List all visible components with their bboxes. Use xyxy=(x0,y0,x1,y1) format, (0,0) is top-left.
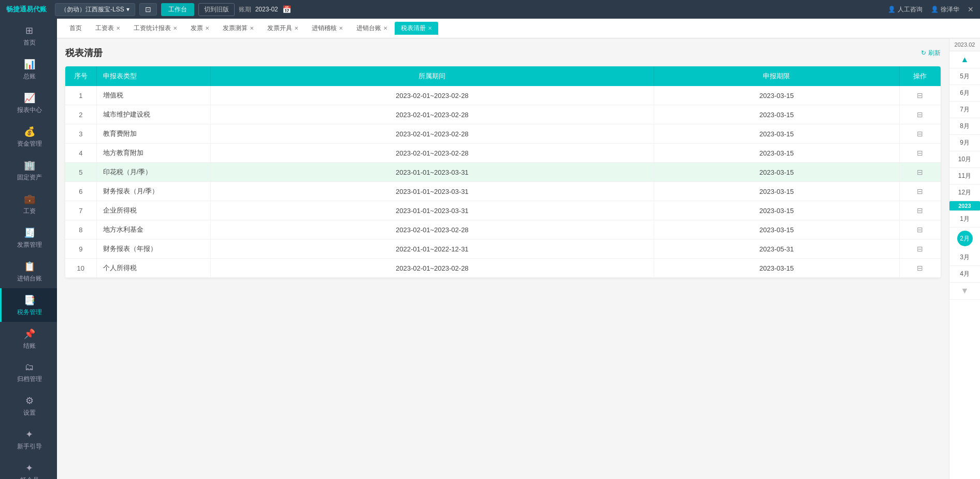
tab-invoice-close[interactable]: ✕ xyxy=(205,25,209,31)
cell-action[interactable]: ⊟ xyxy=(899,220,941,240)
date-month-4[interactable]: 4月 xyxy=(949,266,980,283)
fund-icon: 💰 xyxy=(24,126,35,137)
tab-invoice-calc-label: 发票测算 xyxy=(223,24,248,33)
table-row: 8 地方水利基金 2023-02-01~2023-02-28 2023-03-1… xyxy=(65,220,941,240)
cell-action[interactable]: ⊟ xyxy=(899,124,941,144)
date-scroll-down[interactable]: ▼ xyxy=(949,283,980,300)
sidebar-item-report[interactable]: 📈 报表中心 xyxy=(0,86,57,120)
tab-purchase-check[interactable]: 进销稽核 ✕ xyxy=(306,22,349,35)
topbar-right: 👤 人工咨询 👤 徐泽华 ✕ xyxy=(888,5,974,14)
cell-action[interactable]: ⊟ xyxy=(899,163,941,182)
date-month-9[interactable]: 9月 xyxy=(949,135,980,151)
refresh-label: 刷新 xyxy=(928,49,941,58)
tab-invoice-open[interactable]: 发票开具 ✕ xyxy=(261,22,305,35)
topbar: 畅捷通易代账 （勿动）江西服宝-LSS ▾ ⊡ 工作台 切到旧版 账期 2023… xyxy=(0,0,980,19)
action-detail-icon[interactable]: ⊟ xyxy=(917,226,923,234)
date-month-5[interactable]: 5月 xyxy=(949,68,980,85)
refresh-button[interactable]: ↻ 刷新 xyxy=(921,49,941,58)
sidebar-item-guide[interactable]: ✦ 新手引导 xyxy=(0,422,57,456)
cell-action[interactable]: ⊟ xyxy=(899,182,941,201)
tab-salary-report[interactable]: 工资统计报表 ✕ xyxy=(127,22,183,35)
date-month-3[interactable]: 3月 xyxy=(949,249,980,266)
tab-invoice-open-close[interactable]: ✕ xyxy=(294,25,298,31)
old-version-button[interactable]: 切到旧版 xyxy=(198,3,235,16)
tab-invoice-calc[interactable]: 发票测算 ✕ xyxy=(217,22,260,35)
action-detail-icon[interactable]: ⊟ xyxy=(917,91,923,100)
cell-type: 城市维护建设税 xyxy=(96,105,210,124)
col-no: 序号 xyxy=(65,66,96,86)
cell-action[interactable]: ⊟ xyxy=(899,201,941,220)
cell-period: 2023-02-01~2023-02-28 xyxy=(210,86,654,105)
sidebar-item-salary[interactable]: 💼 工资 xyxy=(0,187,57,221)
tab-salary[interactable]: 工资表 ✕ xyxy=(89,22,126,35)
tab-purchase-ledger-label: 进销台账 xyxy=(356,24,381,33)
action-detail-icon[interactable]: ⊟ xyxy=(917,187,923,195)
user-info[interactable]: 👤 徐泽华 xyxy=(931,5,959,14)
close-window-icon[interactable]: ✕ xyxy=(968,5,974,13)
action-detail-icon[interactable]: ⊟ xyxy=(917,168,923,176)
tab-purchase-ledger[interactable]: 进销台账 ✕ xyxy=(350,22,394,35)
tab-purchase-ledger-close[interactable]: ✕ xyxy=(383,25,387,31)
action-detail-icon[interactable]: ⊟ xyxy=(917,130,923,138)
sidebar-item-archive[interactable]: 🗂 归档管理 xyxy=(0,356,57,389)
date-month-10[interactable]: 10月 xyxy=(949,151,980,168)
ai-consult[interactable]: 👤 人工咨询 xyxy=(888,5,923,14)
tab-invoice[interactable]: 发票 ✕ xyxy=(184,22,215,35)
date-panel-header-value: 2023.02 xyxy=(955,41,975,48)
sidebar-item-fixed[interactable]: 🏢 固定资产 xyxy=(0,153,57,187)
cell-no: 7 xyxy=(65,201,96,220)
tab-tax-clear[interactable]: 税表清册 ✕ xyxy=(395,22,438,35)
sidebar-item-home[interactable]: ⊞ 首页 xyxy=(0,19,57,52)
tax-table: 序号 申报表类型 所属期间 申报期限 操作 1 增值税 2023-02-01~2… xyxy=(65,66,941,278)
company-selector[interactable]: （勿动）江西服宝-LSS ▾ xyxy=(55,3,135,16)
date-month-7[interactable]: 7月 xyxy=(949,102,980,118)
cell-action[interactable]: ⊟ xyxy=(899,86,941,105)
cell-action[interactable]: ⊟ xyxy=(899,240,941,259)
sidebar-item-tax[interactable]: 📑 税务管理 xyxy=(0,288,57,322)
date-month-2-active[interactable]: 2月 xyxy=(957,231,973,246)
workbench-button[interactable]: 工作台 xyxy=(161,3,194,16)
date-panel-header: 2023.02 xyxy=(949,38,980,51)
action-detail-icon[interactable]: ⊟ xyxy=(917,110,923,119)
tab-invoice-calc-close[interactable]: ✕ xyxy=(250,25,254,31)
sidebar-item-invoice[interactable]: 🧾 发票管理 xyxy=(0,221,57,255)
table-header-row: 序号 申报表类型 所属期间 申报期限 操作 xyxy=(65,66,941,86)
tab-tax-clear-close[interactable]: ✕ xyxy=(428,25,432,31)
sidebar-item-ledger[interactable]: 📊 总账 xyxy=(0,52,57,86)
period-label: 账期 xyxy=(239,5,251,14)
date-month-12[interactable]: 12月 xyxy=(949,185,980,201)
cell-no: 10 xyxy=(65,259,96,278)
sidebar-label-report: 报表中心 xyxy=(17,106,42,115)
tab-purchase-check-close[interactable]: ✕ xyxy=(339,25,343,31)
cell-no: 6 xyxy=(65,182,96,201)
action-detail-icon[interactable]: ⊟ xyxy=(917,245,923,253)
date-scroll-up[interactable]: ▲ xyxy=(949,51,980,68)
action-detail-icon[interactable]: ⊟ xyxy=(917,264,923,272)
date-month-1[interactable]: 1月 xyxy=(949,211,980,228)
sidebar-item-member[interactable]: ✦ 畅会员 xyxy=(0,456,57,479)
table-row: 5 印花税（月/季） 2023-01-01~2023-03-31 2023-03… xyxy=(65,163,941,182)
calendar-icon[interactable]: 📅 xyxy=(282,5,291,13)
period-value: 2023-02 xyxy=(255,6,278,13)
cell-action[interactable]: ⊟ xyxy=(899,105,941,124)
sidebar-item-purchase[interactable]: 📋 进销台账 xyxy=(0,255,57,288)
date-month-6[interactable]: 6月 xyxy=(949,85,980,102)
tab-home[interactable]: 首页 xyxy=(63,22,88,35)
copy-button[interactable]: ⊡ xyxy=(139,3,157,16)
sidebar-item-fund[interactable]: 💰 资金管理 xyxy=(0,120,57,153)
action-detail-icon[interactable]: ⊟ xyxy=(917,149,923,157)
sidebar-label-home: 首页 xyxy=(23,38,36,47)
cell-action[interactable]: ⊟ xyxy=(899,259,941,278)
tab-salary-close[interactable]: ✕ xyxy=(116,25,120,31)
date-month-8[interactable]: 8月 xyxy=(949,118,980,135)
content-area: 首页 工资表 ✕ 工资统计报表 ✕ 发票 ✕ 发票测算 ✕ 发票开具 ✕ xyxy=(57,19,980,479)
date-month-11[interactable]: 11月 xyxy=(949,168,980,185)
action-detail-icon[interactable]: ⊟ xyxy=(917,206,923,215)
cell-deadline: 2023-03-15 xyxy=(654,201,899,220)
cell-action[interactable]: ⊟ xyxy=(899,144,941,163)
tax-icon: 📑 xyxy=(24,294,35,306)
cell-no: 8 xyxy=(65,220,96,240)
sidebar-item-settle[interactable]: 📌 结账 xyxy=(0,322,57,356)
tab-salary-report-close[interactable]: ✕ xyxy=(173,25,177,31)
sidebar-item-settings[interactable]: ⚙ 设置 xyxy=(0,389,57,422)
